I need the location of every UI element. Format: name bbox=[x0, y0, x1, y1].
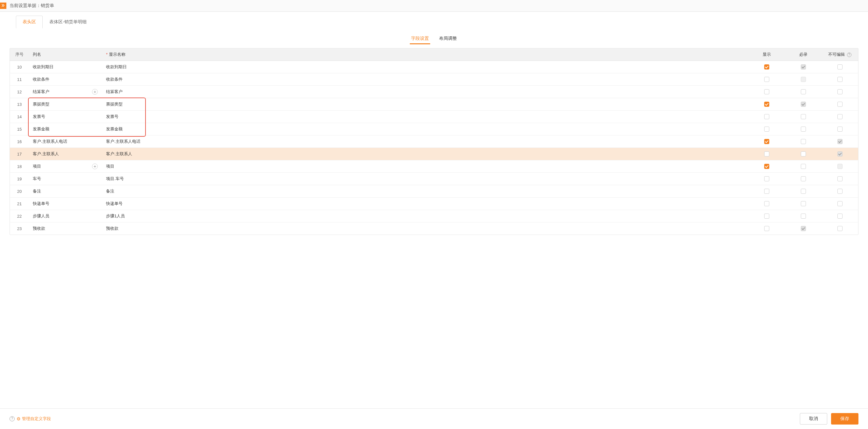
checkbox-non-editable[interactable] bbox=[837, 114, 842, 119]
checkbox-show[interactable] bbox=[764, 151, 769, 156]
checkbox-required[interactable] bbox=[801, 151, 806, 156]
cell-required bbox=[785, 185, 822, 198]
checkbox-non-editable bbox=[837, 151, 842, 156]
checkbox-non-editable bbox=[837, 139, 842, 144]
sub-tab-1[interactable]: 布局调整 bbox=[438, 34, 458, 44]
area-tab-0[interactable]: 表头区 bbox=[16, 16, 43, 28]
help-icon[interactable]: ? bbox=[847, 53, 851, 57]
header-bar: 当前设置单据：销货单 bbox=[0, 0, 868, 12]
checkbox-non-editable[interactable] bbox=[837, 176, 842, 181]
checkbox-non-editable[interactable] bbox=[837, 102, 842, 107]
checkbox-required[interactable] bbox=[801, 126, 806, 132]
checkbox-show[interactable] bbox=[764, 102, 769, 107]
checkbox-show[interactable] bbox=[764, 201, 769, 206]
cell-seq: 14 bbox=[10, 111, 29, 123]
table-row: 22步骤人员步骤1人员 bbox=[10, 210, 858, 223]
cell-col-name: 客户.主联系人电话 bbox=[29, 136, 102, 148]
cell-seq: 20 bbox=[10, 185, 29, 198]
cell-show bbox=[748, 223, 785, 235]
checkbox-required[interactable] bbox=[801, 89, 806, 94]
cell-seq: 10 bbox=[10, 61, 29, 73]
checkbox-required bbox=[801, 102, 806, 107]
cell-col-name: 快递单号 bbox=[29, 198, 102, 210]
cancel-button[interactable]: 取消 bbox=[800, 413, 827, 425]
cell-display-name[interactable]: 结算客户 bbox=[102, 86, 748, 98]
checkbox-required[interactable] bbox=[801, 139, 806, 144]
checkbox-required bbox=[801, 226, 806, 231]
add-icon[interactable]: + bbox=[92, 89, 98, 95]
cell-display-name[interactable]: 项目 bbox=[102, 160, 748, 173]
checkbox-required[interactable] bbox=[801, 213, 806, 219]
checkbox-show[interactable] bbox=[764, 139, 769, 144]
checkbox-show[interactable] bbox=[764, 89, 769, 94]
checkbox-required[interactable] bbox=[801, 176, 806, 181]
cell-display-name[interactable]: 收款到期日 bbox=[102, 61, 748, 73]
table-row: 11收款条件收款条件 bbox=[10, 73, 858, 86]
gear-icon: ⚙ bbox=[17, 416, 21, 421]
checkbox-show[interactable] bbox=[764, 164, 769, 169]
save-button[interactable]: 保存 bbox=[831, 413, 859, 425]
cell-display-name[interactable]: 发票金额 bbox=[102, 123, 748, 136]
cell-display-name[interactable]: 发票号 bbox=[102, 111, 748, 123]
header-title-prefix: 当前设置单据： bbox=[9, 3, 41, 8]
table-wrap: 序号 列名 *显示名称 显示 必录 不可编辑 ? 10收款到期日收款到期日11收… bbox=[9, 48, 859, 235]
checkbox-non-editable bbox=[837, 164, 842, 169]
footer-left: ? ⚙ 管理自定义字段 bbox=[9, 416, 51, 422]
th-display-name-label: 显示名称 bbox=[109, 52, 125, 57]
cell-display-name[interactable]: 项目.车号 bbox=[102, 173, 748, 185]
checkbox-required[interactable] bbox=[801, 201, 806, 206]
checkbox-required[interactable] bbox=[801, 189, 806, 194]
cell-display-name[interactable]: 预收款 bbox=[102, 223, 748, 235]
cell-non-editable bbox=[822, 111, 858, 123]
table-row: 18项目+项目 bbox=[10, 160, 858, 173]
add-icon[interactable]: + bbox=[92, 164, 98, 169]
cell-display-name[interactable]: 快递单号 bbox=[102, 198, 748, 210]
checkbox-show[interactable] bbox=[764, 126, 769, 132]
checkbox-required[interactable] bbox=[801, 114, 806, 119]
table-row: 16客户.主联系人电话客户.主联系人电话 bbox=[10, 136, 858, 148]
checkbox-non-editable[interactable] bbox=[837, 64, 842, 69]
checkbox-non-editable[interactable] bbox=[837, 126, 842, 132]
cell-required bbox=[785, 73, 822, 86]
cell-display-name[interactable]: 收款条件 bbox=[102, 73, 748, 86]
page: 当前设置单据：销货单 表头区表体区-销货单明细 字段设置布局调整 序号 列名 *… bbox=[0, 0, 868, 429]
cell-seq: 16 bbox=[10, 136, 29, 148]
checkbox-show[interactable] bbox=[764, 176, 769, 181]
checkbox-required bbox=[801, 77, 806, 82]
cell-required bbox=[785, 160, 822, 173]
area-tab-1[interactable]: 表体区-销货单明细 bbox=[43, 16, 93, 28]
checkbox-non-editable[interactable] bbox=[837, 89, 842, 94]
checkbox-show[interactable] bbox=[764, 114, 769, 119]
cell-show bbox=[748, 198, 785, 210]
checkbox-non-editable[interactable] bbox=[837, 77, 842, 82]
cell-display-name[interactable]: 客户.主联系人电话 bbox=[102, 136, 748, 148]
checkbox-non-editable[interactable] bbox=[837, 189, 842, 194]
checkbox-non-editable[interactable] bbox=[837, 201, 842, 206]
checkbox-show[interactable] bbox=[764, 189, 769, 194]
manage-custom-fields-link[interactable]: ⚙ 管理自定义字段 bbox=[17, 416, 51, 422]
cell-display-name[interactable]: 票据类型 bbox=[102, 98, 748, 111]
cell-required bbox=[785, 198, 822, 210]
checkbox-non-editable[interactable] bbox=[837, 226, 842, 231]
table-row: 20备注备注 bbox=[10, 185, 858, 198]
checkbox-required[interactable] bbox=[801, 164, 806, 169]
help-circle-icon[interactable]: ? bbox=[9, 416, 14, 421]
cell-required bbox=[785, 61, 822, 73]
cell-col-name: 发票金额 bbox=[29, 123, 102, 136]
cell-display-name[interactable]: 备注 bbox=[102, 185, 748, 198]
cell-display-name[interactable]: 客户.主联系人 bbox=[102, 148, 748, 160]
collapse-toggle[interactable] bbox=[0, 3, 6, 9]
checkbox-non-editable[interactable] bbox=[837, 213, 842, 219]
field-table: 序号 列名 *显示名称 显示 必录 不可编辑 ? 10收款到期日收款到期日11收… bbox=[10, 49, 858, 235]
checkbox-show[interactable] bbox=[764, 226, 769, 231]
table-row: 15发票金额发票金额 bbox=[10, 123, 858, 136]
cell-display-name[interactable]: 步骤1人员 bbox=[102, 210, 748, 223]
table-row: 23预收款预收款 bbox=[10, 223, 858, 235]
checkbox-show[interactable] bbox=[764, 77, 769, 82]
cell-non-editable bbox=[822, 148, 858, 160]
cell-col-name: 收款到期日 bbox=[29, 61, 102, 73]
checkbox-show[interactable] bbox=[764, 213, 769, 219]
sub-tab-0[interactable]: 字段设置 bbox=[410, 34, 430, 44]
checkbox-show[interactable] bbox=[764, 64, 769, 69]
cell-non-editable bbox=[822, 198, 858, 210]
